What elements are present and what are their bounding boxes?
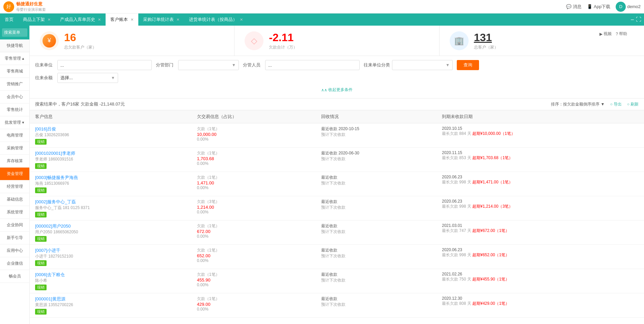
next-collect-2: 预计下次收款 <box>321 180 431 186</box>
total-customers-number: 131 <box>474 31 498 44</box>
sidebar-item-ecommerce[interactable]: 电商管理 <box>0 129 29 142</box>
export-icon: ○ <box>610 102 613 107</box>
tab-product-offshelf[interactable]: 商品上下架 ✕ <box>18 13 55 26</box>
person-field: 分管人员 ... <box>243 60 360 70</box>
overdue-amount-2[interactable]: 超期¥1,471.00（1笔） <box>472 180 513 184</box>
sidebar-item-retail-manage[interactable]: 零售管理 ▲ <box>0 52 29 65</box>
sidebar-item-retail-store[interactable]: 零售商城 <box>0 65 29 78</box>
table-header-row: 客户信息 欠交易信息（占比） 回收情况 到期未收款日期 <box>30 110 644 123</box>
customer-name-2[interactable]: [0003]畅捷服务尹海燕 <box>35 175 186 181</box>
overdue-date-0: 2020.10.15 <box>442 126 639 131</box>
debt-amount-2[interactable]: 1,471.00 <box>197 180 310 185</box>
debt-amount-4[interactable]: 672.00 <box>197 229 310 234</box>
debt-amount-7[interactable]: 429.00 <box>197 302 310 307</box>
sidebar-item-retail-stats[interactable]: 零售统计 <box>0 104 29 116</box>
tab-customer-account[interactable]: 客户账本 ✕ <box>106 13 138 26</box>
tab-home[interactable]: 首页 <box>0 13 18 26</box>
sidebar-item-purchase-manage[interactable]: 采购管理 <box>0 142 29 155</box>
customer-name-0[interactable]: [0016]吕俊 <box>35 126 186 132</box>
customer-name-1[interactable]: [0001020001]李老师 <box>35 150 186 156</box>
cell-debt-7: 欠款（1笔） 429.00 0.00% <box>192 293 316 318</box>
tab-maximize-btn[interactable]: ⛶ <box>636 17 641 23</box>
tab-purchase-order-stats-close[interactable]: ✕ <box>176 18 179 22</box>
overdue-amount-number: -2.11 <box>269 31 297 44</box>
overdue-amount-5[interactable]: 超期¥652.00（1笔） <box>472 253 509 257</box>
sidebar-item-batch-manage[interactable]: 批发管理 ▼ <box>0 116 29 129</box>
customer-name-4[interactable]: [000002]用户2050 <box>35 223 186 229</box>
customer-tag-2: 现销 <box>35 187 47 193</box>
search-button[interactable]: 查询 <box>457 60 479 70</box>
overdue-amount-6[interactable]: 超期¥455.90（1笔） <box>472 277 509 282</box>
person-input[interactable]: ... <box>265 60 360 70</box>
tab-minimize-btn[interactable]: – <box>631 17 634 23</box>
user-menu[interactable]: D demo2 <box>616 2 641 12</box>
customer-name-5[interactable]: [0007]小进千 <box>35 247 186 254</box>
last-collect-5: 最近收款 <box>321 247 431 253</box>
overdue-amount-0[interactable]: 超期¥10,000.00（1笔） <box>472 131 515 136</box>
sidebar-item-ops-manage[interactable]: 经营管理 <box>0 180 29 193</box>
export-btn[interactable]: ○ 导出 <box>610 101 622 107</box>
search-menu-btn[interactable]: 搜索菜单 <box>2 28 27 37</box>
debt-count-2: 欠款（1笔） <box>197 175 310 180</box>
sidebar-item-app-center[interactable]: 应用中心 <box>0 244 29 257</box>
customer-name-7[interactable]: [000001]黄思源 <box>35 296 186 302</box>
tab-purchase-stats[interactable]: 进货单统计表（按商品） ✕ <box>184 13 248 26</box>
building-icon: 🏢 <box>452 34 466 48</box>
tab-production-history[interactable]: 产成品入库单历史 ✕ <box>55 13 106 26</box>
dept-field: 分管部门 ▼ <box>156 60 239 70</box>
balance-field: 往来余额 选择... ▼ <box>35 73 118 83</box>
message-btn[interactable]: 💬 消息 <box>566 4 582 10</box>
sidebar-quick-nav[interactable]: 快捷导航 <box>0 39 29 52</box>
debt-amount-3[interactable]: 1,214.00 <box>197 205 310 210</box>
sort-selector[interactable]: 排序：按欠款金额倒序排序 ▼ <box>551 101 605 107</box>
from-unit-input[interactable]: ... <box>57 60 152 70</box>
debt-amount-6[interactable]: 455.90 <box>197 277 310 283</box>
collapse-btn[interactable]: ∧∧ 收起更多条件 <box>321 87 353 93</box>
overdue-date-7: 2020.12.30 <box>442 296 639 301</box>
help-btn[interactable]: ? 帮助 <box>616 31 627 37</box>
sidebar-item-capital-manage[interactable]: 资金管理 <box>0 168 29 180</box>
customer-name-6[interactable]: [0006]去下粮仓 <box>35 272 186 278</box>
sidebar-item-member[interactable]: 畅会员 <box>0 270 29 283</box>
overdue-date-4: 2021.03.01 <box>442 223 639 228</box>
video-help-btn[interactable]: ▶ 视频 <box>599 31 612 37</box>
debt-count-0: 欠款（1笔） <box>197 126 310 132</box>
debt-amount-0[interactable]: 10,000.00 <box>197 132 310 137</box>
sidebar-item-marketing[interactable]: 营销推广 <box>0 78 29 91</box>
debt-amount-1[interactable]: 1,703.68 <box>197 156 310 161</box>
sidebar-item-new-guide[interactable]: 新手引导 <box>0 232 29 244</box>
top-bar-left: 好 畅捷通好生意 母婴行业演示账套 <box>3 1 71 12</box>
tab-purchase-order-stats-label: 采购订单统计表 <box>143 17 174 23</box>
app-download-btn[interactable]: 📱 App下载 <box>587 4 610 10</box>
sidebar-item-basic-info[interactable]: 基础信息 <box>0 193 29 206</box>
tab-bar-end: – ⛶ <box>631 17 644 23</box>
sidebar-item-inventory[interactable]: 库存核算 <box>0 155 29 168</box>
overdue-amount-4[interactable]: 超期¥672.00（1笔） <box>472 228 509 233</box>
tab-purchase-stats-close[interactable]: ✕ <box>240 18 243 22</box>
balance-select[interactable]: 选择... ▼ <box>57 73 118 83</box>
next-collect-4: 预计下次收款 <box>321 229 431 235</box>
sidebar-item-member-center[interactable]: 会员中心 <box>0 91 29 104</box>
overdue-amount-1[interactable]: 超期¥1,703.68（1笔） <box>472 155 513 160</box>
overdue-amount-3[interactable]: 超期¥1,214.00（3笔） <box>472 204 513 209</box>
sidebar-item-enterprise-collab[interactable]: 企业协同 <box>0 219 29 232</box>
table-row: [0007]小进千 小进千 18279152100 现销 欠款（1笔） 652.… <box>30 245 644 269</box>
overdue-amount-7[interactable]: 超期¥429.00（1笔） <box>472 301 509 306</box>
sidebar-item-system-manage[interactable]: 系统管理 <box>0 206 29 219</box>
overdue-days-0: 最长欠款 884 天 超期¥10,000.00（1笔） <box>442 131 639 137</box>
tab-production-history-close[interactable]: ✕ <box>98 18 101 22</box>
tab-product-offshelf-close[interactable]: ✕ <box>48 18 51 22</box>
customer-name-3[interactable]: [0002]服务中心_丁磊 <box>35 199 186 205</box>
tab-purchase-order-stats[interactable]: 采购订单统计表 ✕ <box>138 13 184 26</box>
customer-tag-4: 现销 <box>35 236 47 242</box>
stat-icon-building: 🏢 <box>450 31 469 50</box>
unit-class-select[interactable]: ▼ <box>392 60 453 70</box>
sidebar-item-enterprise-wechat[interactable]: 企业微信 <box>0 257 29 270</box>
debt-amount-5[interactable]: 652.00 <box>197 253 310 258</box>
debt-count-4: 欠款（1笔） <box>197 223 310 229</box>
tab-customer-account-close[interactable]: ✕ <box>131 18 134 22</box>
refresh-btn[interactable]: ○ 刷新 <box>627 101 639 107</box>
debt-count-6: 欠款（1笔） <box>197 272 310 277</box>
cell-customer-3: [0002]服务中心_丁磊 服务中心_丁磊 181 0125 8371 现销 <box>30 196 192 220</box>
dept-select[interactable]: ▼ <box>178 60 239 70</box>
